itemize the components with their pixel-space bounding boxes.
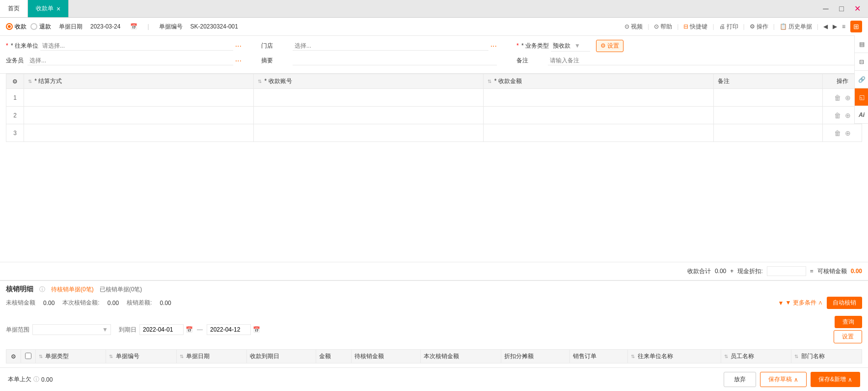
hx-info-icon[interactable]: ⓘ bbox=[39, 285, 45, 294]
help-link[interactable]: ⊙ 帮助 bbox=[654, 23, 672, 31]
save-new-button[interactable]: 保存&新增 ∧ bbox=[811, 372, 860, 387]
staff-input[interactable] bbox=[27, 56, 233, 65]
staff-more-btn[interactable]: ··· bbox=[235, 57, 242, 65]
unverified-label: 未核销金额 bbox=[6, 299, 35, 307]
hx-th-sales-order: 销售订单 bbox=[570, 350, 628, 363]
toolbar: 收款 退款 单据日期 2023-03-24 📅 | 单据编号 SK-202303… bbox=[0, 18, 868, 36]
hx-title: 核销明细 bbox=[6, 285, 33, 294]
nav-prev[interactable]: ◀ bbox=[823, 23, 828, 30]
hx-pending-tab[interactable]: 待核销单据(0笔) bbox=[51, 285, 94, 294]
auto-hx-button[interactable]: 自动核销 bbox=[827, 297, 862, 309]
radio-refund-label: 退款 bbox=[39, 23, 51, 31]
window-maximize-button[interactable]: □ bbox=[835, 2, 848, 16]
print-link[interactable]: 🖨 打印 bbox=[719, 23, 738, 31]
footer-info-icon[interactable]: ⓘ bbox=[33, 375, 39, 384]
counterparty-more-btn[interactable]: ··· bbox=[235, 42, 242, 50]
row1-copy-icon[interactable]: ⊕ bbox=[845, 94, 851, 102]
hx-th-checkbox[interactable] bbox=[21, 350, 36, 363]
hx-th-date: ⇅ 单据日期 bbox=[176, 350, 246, 363]
right-panel-btn-1[interactable]: ▤ bbox=[855, 35, 868, 53]
hx-done-tab[interactable]: 已核销单据(0笔) bbox=[100, 285, 142, 294]
row2-copy-icon[interactable]: ⊕ bbox=[845, 112, 851, 119]
this-order-value: 0.00 bbox=[41, 376, 53, 383]
right-panel-btn-4[interactable]: ◱ bbox=[855, 88, 868, 106]
date-from-input[interactable] bbox=[139, 324, 184, 335]
query-button[interactable]: 查询 bbox=[835, 316, 862, 328]
row3-note[interactable] bbox=[713, 124, 822, 142]
row1-settlement[interactable] bbox=[24, 89, 254, 107]
biz-type-dropdown-icon: ▼ bbox=[574, 42, 580, 49]
row2-settlement[interactable] bbox=[24, 107, 254, 124]
right-panel-icon-4: ◱ bbox=[859, 94, 865, 101]
row2-amount[interactable] bbox=[484, 107, 713, 124]
right-panel-btn-2[interactable]: ⊟ bbox=[855, 53, 868, 71]
radio-receive-label: 收款 bbox=[15, 23, 27, 31]
row2-account[interactable] bbox=[254, 107, 484, 124]
bill-range-select-wrap: ▼ bbox=[32, 324, 111, 335]
grid-icon: ⊞ bbox=[853, 23, 859, 30]
save-draft-button[interactable]: 保存草稿 ∧ bbox=[760, 372, 807, 387]
history-link[interactable]: 📋 历史单据 bbox=[780, 23, 812, 31]
tab-close-icon[interactable]: × bbox=[56, 5, 60, 13]
div1: | bbox=[648, 23, 649, 30]
window-minimize-button[interactable]: ─ bbox=[819, 2, 833, 16]
shortcut-link[interactable]: ⊟ 快捷键 bbox=[683, 23, 707, 31]
row1-delete-icon[interactable]: 🗑 bbox=[834, 94, 841, 102]
row3-copy-icon[interactable]: ⊕ bbox=[845, 129, 851, 137]
row3-amount[interactable] bbox=[484, 124, 713, 142]
window-close-button[interactable]: ✕ bbox=[850, 2, 864, 16]
setting-button[interactable]: ⚙ 设置 bbox=[596, 40, 624, 52]
form-row-2: 业务员 ··· 摘要 备注 bbox=[6, 56, 862, 65]
ai-button[interactable]: Ai bbox=[855, 106, 868, 124]
tab-home[interactable]: 首页 bbox=[0, 0, 28, 17]
date-calendar-icon[interactable]: 📅 bbox=[130, 23, 137, 30]
more-conditions-btn[interactable]: ▼ ▼ 更多条件 ∧ bbox=[778, 299, 823, 307]
hx-filter-row: 单据范围 ▼ 到期日 📅 — 📅 查询 设置 bbox=[6, 313, 862, 346]
tab-active-label: 收款单 bbox=[36, 4, 54, 13]
select-all-checkbox[interactable] bbox=[25, 353, 31, 359]
date-to-input[interactable] bbox=[207, 324, 251, 335]
hx-setting-button[interactable]: 设置 bbox=[834, 330, 862, 343]
biz-type-select[interactable]: 预收款 ▼ bbox=[551, 41, 590, 52]
ops-link[interactable]: ⚙ 操作 bbox=[750, 23, 768, 31]
date-label: 单据日期 bbox=[59, 23, 82, 31]
remark-label: 摘要 bbox=[261, 56, 291, 65]
hx-table: ⚙ ⇅ 单据类型 ⇅ 单据编号 bbox=[6, 349, 862, 363]
note-input[interactable] bbox=[548, 56, 862, 65]
video-link[interactable]: ⊙ 视频 bbox=[624, 23, 643, 31]
grid-icon-btn[interactable]: ⊞ bbox=[850, 21, 862, 32]
row1-note[interactable] bbox=[713, 89, 822, 107]
row1-amount[interactable] bbox=[484, 89, 713, 107]
radio-refund[interactable]: 退款 bbox=[30, 23, 51, 31]
row1-account[interactable] bbox=[254, 89, 484, 107]
discount-input[interactable] bbox=[767, 266, 806, 276]
tab-active[interactable]: 收款单 × bbox=[28, 0, 69, 17]
shop-more-btn[interactable]: ··· bbox=[490, 42, 497, 50]
date-to-calendar-icon[interactable]: 📅 bbox=[253, 326, 260, 333]
ai-label: Ai bbox=[859, 112, 865, 118]
hx-sort-11: ⇅ bbox=[724, 354, 728, 359]
right-panel-btn-3[interactable]: 🔗 bbox=[855, 71, 868, 88]
th-gear[interactable]: ⚙ bbox=[6, 74, 24, 89]
right-panel: ▤ ⊟ 🔗 ◱ Ai bbox=[854, 35, 868, 124]
row2-note[interactable] bbox=[713, 107, 822, 124]
hx-th-gear[interactable]: ⚙ bbox=[6, 350, 21, 363]
bill-range-select[interactable] bbox=[32, 324, 111, 335]
row2-delete-icon[interactable]: 🗑 bbox=[834, 112, 841, 119]
summary-row: 收款合计 0.00 + 现金折扣: = 可核销金额 0.00 bbox=[0, 262, 868, 280]
radio-receive[interactable]: 收款 bbox=[6, 23, 27, 31]
row3-account[interactable] bbox=[254, 124, 484, 142]
counterparty-input[interactable] bbox=[40, 41, 233, 51]
discard-button[interactable]: 放弃 bbox=[724, 372, 756, 387]
payment-type-group: 收款 退款 bbox=[6, 23, 51, 31]
layout-btn[interactable]: ≡ bbox=[842, 23, 845, 30]
date-from-calendar-icon[interactable]: 📅 bbox=[186, 326, 193, 333]
nav-next[interactable]: ▶ bbox=[833, 23, 837, 30]
shop-input[interactable] bbox=[293, 41, 488, 51]
remark-input[interactable] bbox=[293, 56, 497, 65]
div5: | bbox=[773, 23, 775, 30]
shortcut-label: 快捷键 bbox=[690, 23, 707, 31]
row3-settlement[interactable] bbox=[24, 124, 254, 142]
row3-delete-icon[interactable]: 🗑 bbox=[834, 129, 841, 137]
hx-filter-right: 查询 设置 bbox=[834, 316, 862, 343]
